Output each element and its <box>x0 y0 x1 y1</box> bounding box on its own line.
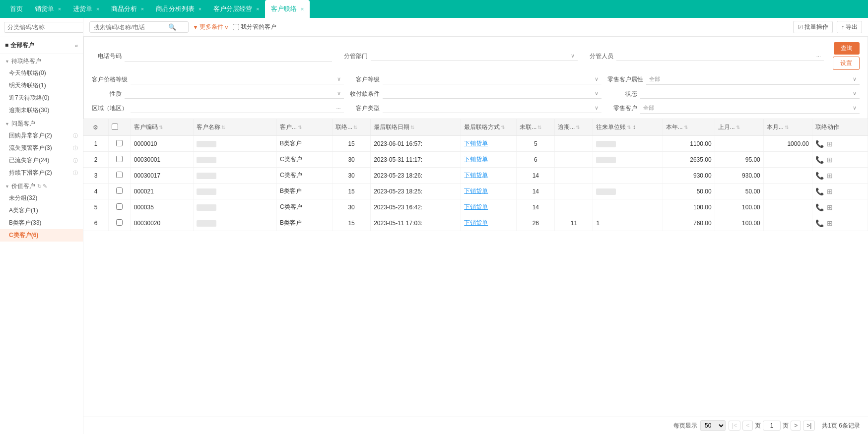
phone-action-icon[interactable]: 📞 <box>815 156 824 164</box>
set-btn[interactable]: 设置 <box>833 57 860 70</box>
sidebar-item-7days[interactable]: 近7天待联络(0) <box>0 92 83 104</box>
nav-item-sales[interactable]: 销货单 × <box>29 0 67 18</box>
last-page-btn[interactable]: >| <box>803 421 815 431</box>
sidebar-item-ungrouped[interactable]: 未分组(32) <box>0 192 83 204</box>
cell-lastway[interactable]: 下销货单 <box>461 136 517 152</box>
th-name[interactable]: 客户名称⇅ <box>193 119 276 136</box>
th-thisyear[interactable]: 本年...⇅ <box>663 119 715 136</box>
close-icon-analysis-list[interactable]: × <box>199 6 201 12</box>
search-input[interactable] <box>94 24 168 31</box>
lastway-link[interactable]: 下销货单 <box>464 219 488 226</box>
th-unlink[interactable]: 未联...⇅ <box>517 119 555 136</box>
my-customers-checkbox-label[interactable]: 我分管的客户 <box>233 23 276 31</box>
nav-item-customer-contact[interactable]: 客户联络 × <box>265 0 310 18</box>
edit-icon[interactable]: ✎ <box>43 183 47 189</box>
row-checkbox[interactable] <box>116 203 123 210</box>
phone-action-icon[interactable]: 📞 <box>815 219 824 227</box>
sidebar-item-today[interactable]: 今天待联络(0) <box>0 67 83 79</box>
cell-lastway[interactable]: 下销货单 <box>461 199 517 215</box>
lastway-link[interactable]: 下销货单 <box>464 172 488 179</box>
sidebar-item-tomorrow[interactable]: 明天待联络(1) <box>0 79 83 92</box>
close-icon-customer-tier[interactable]: × <box>256 6 259 12</box>
more-action-icon[interactable]: ⊞ <box>827 219 833 227</box>
sidebar-item-overdue[interactable]: 逾期未联络(30) <box>0 104 83 117</box>
close-icon-sales[interactable]: × <box>58 6 61 12</box>
nature-select[interactable]: ∨ <box>125 89 344 99</box>
gear-icon[interactable]: ⚙ <box>93 124 98 131</box>
sidebar-item-class-c[interactable]: C类客户(6) <box>0 229 83 242</box>
retail-attr-select[interactable]: 全部∨ <box>646 74 860 85</box>
sidebar-item-class-b[interactable]: B类客户(33) <box>0 217 83 229</box>
phone-action-icon[interactable]: 📞 <box>815 140 824 148</box>
first-page-btn[interactable]: |< <box>729 421 740 431</box>
customer-type-select[interactable]: ∨ <box>383 103 602 113</box>
customer-level-select[interactable]: ∨ <box>131 74 344 84</box>
phone-action-icon[interactable]: 📞 <box>815 187 824 195</box>
more-action-icon[interactable]: ⊞ <box>827 172 833 180</box>
lastway-link[interactable]: 下销货单 <box>464 203 488 210</box>
next-page-btn[interactable]: > <box>791 421 801 431</box>
row-checkbox[interactable] <box>116 140 123 146</box>
close-icon-purchase[interactable]: × <box>96 6 99 12</box>
page-input[interactable] <box>763 421 781 431</box>
nav-item-purchase[interactable]: 进货单 × <box>67 0 105 18</box>
more-action-icon[interactable]: ⊞ <box>827 203 833 211</box>
manager-select[interactable]: ··· <box>616 52 824 61</box>
cell-lastway[interactable]: 下销货单 <box>461 215 517 231</box>
sidebar-search-input[interactable] <box>4 22 83 33</box>
close-icon-analysis[interactable]: × <box>141 6 144 12</box>
more-action-icon[interactable]: ⊞ <box>827 156 833 164</box>
cell-check[interactable] <box>108 168 131 184</box>
status-select[interactable]: ∨ <box>640 89 860 99</box>
lastway-link[interactable]: 下销货单 <box>464 140 488 147</box>
batch-ops-btn[interactable]: ☑ 批量操作 <box>793 21 833 33</box>
phone-input[interactable] <box>125 51 332 62</box>
close-icon-customer-contact[interactable]: × <box>301 6 304 12</box>
retail-select[interactable]: 全部∨ <box>640 103 860 114</box>
th-lastway[interactable]: 最后联络方式⇅ <box>461 119 517 136</box>
region-dots[interactable]: ··· <box>336 105 341 111</box>
lastway-link[interactable]: 下销货单 <box>464 187 488 194</box>
phone-action-icon[interactable]: 📞 <box>815 172 824 180</box>
row-checkbox[interactable] <box>116 187 123 194</box>
my-customers-checkbox[interactable] <box>233 24 239 30</box>
cell-check[interactable] <box>108 136 131 152</box>
more-action-icon[interactable]: ⊞ <box>827 140 833 148</box>
cell-lastway[interactable]: 下销货单 <box>461 184 517 199</box>
refresh-icon[interactable]: ↻ <box>37 183 42 189</box>
check-all-checkbox[interactable] <box>112 124 118 130</box>
lastway-link[interactable]: 下销货单 <box>464 156 488 163</box>
prev-page-btn[interactable]: < <box>742 421 753 431</box>
row-checkbox[interactable] <box>116 172 123 178</box>
per-page-select[interactable]: 50 100 200 <box>700 420 726 431</box>
th-settings[interactable]: ⚙ <box>83 119 108 136</box>
cell-check[interactable] <box>108 215 131 231</box>
th-check[interactable] <box>108 119 131 136</box>
customer-grade-select[interactable]: ∨ <box>383 74 602 84</box>
dept-select[interactable]: ∨ <box>371 51 578 61</box>
payment-select[interactable]: ∨ <box>383 89 602 99</box>
th-history[interactable]: 往来单位账⇅ ↕ <box>593 119 663 136</box>
nav-home[interactable]: 首页 <box>4 0 29 18</box>
cell-check[interactable] <box>108 184 131 199</box>
th-type[interactable]: 客户...⇅ <box>276 119 332 136</box>
row-checkbox[interactable] <box>116 156 123 162</box>
phone-action-icon[interactable]: 📞 <box>815 203 824 211</box>
nav-item-customer-tier[interactable]: 客户分层经营 × <box>207 0 265 18</box>
sidebar-item-churn-warning[interactable]: 流失预警客户(3)ⓘ <box>0 142 83 154</box>
cell-lastway[interactable]: 下销货单 <box>461 168 517 184</box>
sidebar-collapse-icon[interactable]: « <box>75 43 78 49</box>
nav-item-analysis[interactable]: 商品分析 × <box>105 0 150 18</box>
sidebar-item-declining[interactable]: 持续下滑客户(2)ⓘ <box>0 167 83 179</box>
row-checkbox[interactable] <box>116 219 123 226</box>
th-lastmonth[interactable]: 上月...⇅ <box>715 119 763 136</box>
th-code[interactable]: 客户编码⇅ <box>131 119 193 136</box>
manager-dots[interactable]: ··· <box>816 53 821 59</box>
cell-check[interactable] <box>108 199 131 215</box>
th-contact[interactable]: 联络...⇅ <box>333 119 371 136</box>
more-conditions-btn[interactable]: ▼ 更多条件 ∨ <box>193 23 229 31</box>
cell-lastway[interactable]: 下销货单 <box>461 152 517 168</box>
sidebar-item-abnormal[interactable]: 回购异常客户(2)ⓘ <box>0 129 83 142</box>
th-thismonth[interactable]: 本月...⇅ <box>763 119 812 136</box>
region-select[interactable]: ··· <box>131 104 344 113</box>
